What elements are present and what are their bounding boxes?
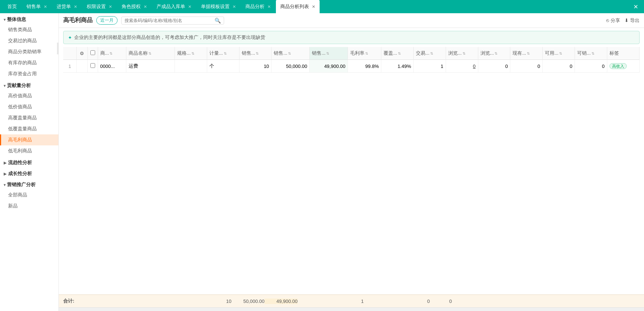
col-current-stock-header[interactable]: 现有... ⇅: [510, 47, 543, 60]
sidebar-group-growth[interactable]: ▶ 成长性分析: [0, 167, 58, 178]
sidebar-group-marketing[interactable]: ▾ 营销推广分析: [0, 178, 58, 189]
footer-available: 0: [430, 299, 452, 304]
col-browse2-header[interactable]: 浏览... ⇅: [478, 47, 510, 60]
col-code-header[interactable]: 商... ⇅: [98, 47, 126, 60]
footer-sale-count: 10: [209, 299, 231, 304]
sort-profit-icon: ⇅: [326, 51, 329, 55]
nav-product-analysis[interactable]: 商品分析 ✕: [241, 0, 275, 13]
table-footer: 合计: 10 50,000.00 49,900.00 1 0 0: [59, 294, 644, 307]
nav-sales-order[interactable]: 销售单 ✕: [22, 0, 51, 13]
nav-role-auth[interactable]: 角色授权 ✕: [117, 0, 151, 13]
sidebar-item-high-value[interactable]: 高价值商品: [0, 90, 58, 101]
col-available-header[interactable]: 可用... ⇅: [543, 47, 575, 60]
sort-transaction-icon: ⇅: [430, 51, 433, 55]
sidebar: « ▾ 整体信息 销售类商品 交易过的商品 商品分类助销率 有库存的商品 库存资…: [0, 13, 59, 311]
nav-close-template[interactable]: ✕: [233, 4, 236, 9]
col-coverage-header[interactable]: 覆盖... ⇅: [381, 47, 414, 60]
col-transaction-header[interactable]: 交易... ⇅: [414, 47, 446, 60]
sidebar-item-stock-capital[interactable]: 库存资金占用: [0, 68, 58, 79]
nav-permission-settings[interactable]: 权限设置 ✕: [82, 0, 116, 13]
col-tag-header[interactable]: 标签: [607, 47, 639, 60]
arrow-marketing: ▾: [4, 183, 6, 187]
footer-label: 合计:: [63, 298, 93, 304]
col-sale-profit-header[interactable]: 销售... ⇅: [310, 47, 348, 60]
col-sale-count-header[interactable]: 销售... ⇅: [239, 47, 271, 60]
footer-transaction: 1: [342, 299, 364, 304]
sort-spec-icon: ⇅: [191, 51, 194, 55]
content-area: 高毛利商品 近一月 🔍 ⎋ 分享 ⬇ 导出 ✦ 企业的主要的利润都是这部分商品创…: [59, 13, 644, 311]
table-container: ⚙ 商... ⇅ 商品名称: [59, 47, 644, 294]
col-sellable-header[interactable]: 可销... ⇅: [575, 47, 607, 60]
col-gross-margin-header[interactable]: 毛利率 ⇅: [348, 47, 381, 60]
data-table: ⚙ 商... ⇅ 商品名称: [63, 47, 640, 73]
col-num: [63, 47, 76, 60]
footer-sale-profit: 49,900.00: [265, 299, 298, 304]
sidebar-group-contribution[interactable]: ▾ 贡献量分析: [0, 79, 58, 90]
sidebar-item-traded-goods[interactable]: 交易过的商品: [0, 35, 58, 46]
nav-close-purchase-order[interactable]: ✕: [74, 4, 77, 9]
sidebar-group-overall[interactable]: ▾ 整体信息: [0, 13, 58, 24]
row-available-cell: 0: [543, 60, 575, 73]
row-transaction-cell: 1: [414, 60, 446, 73]
row-checkbox-cell[interactable]: [87, 60, 98, 73]
sort-browse1-icon: ⇅: [463, 51, 465, 55]
sidebar-item-category-sales-rate[interactable]: 商品分类助销率: [0, 46, 58, 57]
col-checkbox-header[interactable]: [87, 47, 98, 60]
sidebar-group-flow[interactable]: ▶ 流趋性分析: [0, 156, 58, 167]
sidebar-item-low-value[interactable]: 低价值商品: [0, 101, 58, 112]
arrow-overall: ▾: [4, 18, 6, 22]
nav-close-role-auth[interactable]: ✕: [144, 4, 147, 9]
window-close-button[interactable]: ✕: [630, 3, 641, 10]
export-button[interactable]: ⬇ 导出: [625, 17, 640, 24]
row-sale-count-cell: 10: [239, 60, 271, 73]
nav-close-product-inbound[interactable]: ✕: [188, 4, 191, 9]
col-browse1-header[interactable]: 浏览... ⇅: [446, 47, 478, 60]
top-nav: 首页 销售单 ✕ 进货单 ✕ 权限设置 ✕ 角色授权 ✕ 产成品入库单 ✕ 单据…: [0, 0, 644, 13]
sidebar-item-stock-goods[interactable]: 有库存的商品: [0, 57, 58, 68]
sidebar-item-low-margin[interactable]: 低毛利商品: [0, 145, 58, 156]
footer-current-stock: 0: [408, 299, 430, 304]
row-name-cell[interactable]: 运费: [126, 60, 175, 73]
nav-close-permission[interactable]: ✕: [109, 4, 112, 9]
header-actions: ⎋ 分享 ⬇ 导出: [606, 17, 640, 24]
horizontal-scrollbar[interactable]: [59, 307, 644, 311]
select-all-checkbox[interactable]: [90, 50, 95, 55]
time-filter-button[interactable]: 近一月: [96, 16, 118, 25]
col-spec-header[interactable]: 规格... ⇅: [175, 47, 207, 60]
sidebar-item-high-coverage[interactable]: 高覆盖量商品: [0, 112, 58, 123]
col-unit-header[interactable]: 计量... ⇅: [207, 47, 239, 60]
sidebar-item-sales-goods[interactable]: 销售类商品: [0, 24, 58, 35]
sidebar-item-high-margin[interactable]: 高毛利商品: [0, 134, 58, 145]
nav-purchase-order[interactable]: 进货单 ✕: [52, 0, 82, 13]
settings-icon[interactable]: ⚙: [80, 51, 84, 56]
row-checkbox[interactable]: [90, 63, 95, 68]
row-tag-cell: 高收入: [607, 60, 639, 73]
table-row: 1 0000... 运费: [63, 60, 640, 73]
col-name-header[interactable]: 商品名称 ⇅: [126, 47, 175, 60]
search-icon[interactable]: 🔍: [215, 18, 221, 23]
content-header: 高毛利商品 近一月 🔍 ⎋ 分享 ⬇ 导出: [59, 13, 644, 28]
sort-browse2-icon: ⇅: [494, 51, 497, 55]
arrow-flow: ▶: [4, 161, 7, 165]
col-sale-amount-header[interactable]: 销售... ⇅: [271, 47, 310, 60]
search-box: 🔍: [121, 17, 224, 25]
nav-product-inbound[interactable]: 产成品入库单 ✕: [152, 0, 196, 13]
info-icon: ✦: [68, 35, 72, 40]
nav-close-sales-order[interactable]: ✕: [44, 4, 47, 9]
nav-home[interactable]: 首页: [3, 0, 21, 13]
nav-product-analysis-list[interactable]: 商品分析列表 ✕: [276, 0, 320, 13]
row-current-stock-cell: 0: [510, 60, 543, 73]
sort-sale-amount-icon: ⇅: [288, 51, 291, 55]
sidebar-item-all-goods[interactable]: 全部商品: [0, 189, 58, 200]
search-input[interactable]: [125, 18, 215, 23]
share-button[interactable]: ⎋ 分享: [606, 17, 620, 24]
nav-template-settings[interactable]: 单据模板设置 ✕: [197, 0, 240, 13]
info-banner: ✦ 企业的主要的利润都是这部分商品创造的，可考虑加大推广，同时关注库存是不要出现…: [63, 31, 640, 44]
col-settings[interactable]: ⚙: [76, 47, 87, 60]
sidebar-item-new-goods[interactable]: 新品: [0, 200, 58, 211]
nav-close-product-analysis[interactable]: ✕: [267, 4, 271, 9]
nav-close-analysis-list[interactable]: ✕: [312, 4, 315, 9]
sidebar-item-low-coverage[interactable]: 低覆盖量商品: [0, 123, 58, 134]
sort-sellable-icon: ⇅: [591, 51, 594, 55]
row-browse1-cell[interactable]: 0: [446, 60, 478, 73]
